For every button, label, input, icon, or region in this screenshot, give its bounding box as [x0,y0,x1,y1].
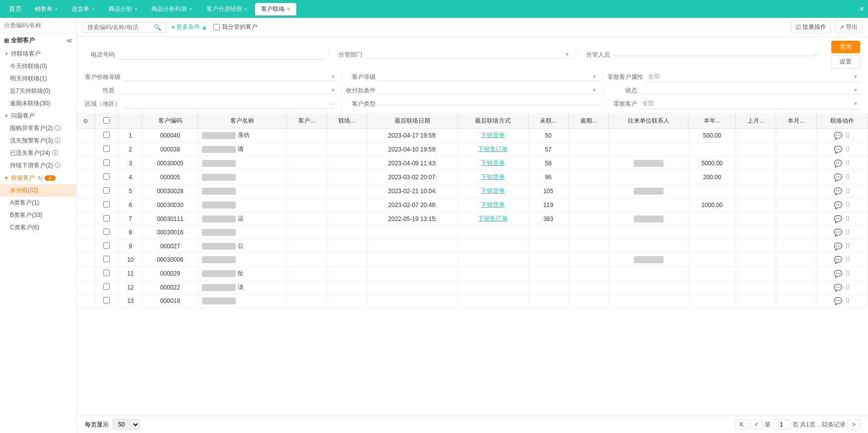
group-pending-contact[interactable]: ▼ 待联络客户 [0,48,76,60]
sidebar-item-c-class[interactable]: C类客户(6) [0,221,76,234]
my-customers-checkbox[interactable] [213,24,220,30]
sidebar-item-a-class[interactable]: A类客户(1) [0,197,76,209]
row-checkbox[interactable] [103,159,110,166]
close-all-tabs[interactable]: × [860,4,864,13]
row-checkbox[interactable] [103,201,110,208]
page-input[interactable] [773,420,791,430]
sidebar-item-overdue-pending[interactable]: 逾期未联络(30) [0,97,76,110]
close-purchase-tab[interactable]: × [91,6,94,12]
more-icon[interactable]: ⠿ [845,187,850,195]
manager-select[interactable] [613,54,814,56]
row-checkbox[interactable] [103,132,110,138]
status-select[interactable]: ▼ [640,86,860,94]
more-icon[interactable]: ⠿ [845,201,850,209]
group-problem-customers[interactable]: ▼ 问题客户 [0,110,76,122]
more-icon[interactable]: ⠿ [845,242,850,250]
sidebar-item-churned[interactable]: 已流失客户(24) ⓘ [0,147,76,159]
row-checkbox-cell[interactable] [95,294,119,308]
row-checkbox[interactable] [103,215,110,221]
gear-col-header[interactable]: ⚙ [77,114,95,129]
sidebar-item-b-class[interactable]: B类客户(33) [0,209,76,221]
last-way-value[interactable]: 下销货单 [481,159,505,166]
sparse-customer-select[interactable]: 全部 ▼ [640,98,860,109]
nav-tab-product-analysis[interactable]: 商品分析 × [103,3,143,15]
nav-tab-sales[interactable]: 销售单 × [29,3,64,15]
nav-tab-product-analysis-list[interactable]: 商品分析列表 × [145,3,198,15]
sparse-attr-select[interactable]: 全部 ▼ [646,72,860,82]
row-last-way-cell[interactable]: 下销货单 [458,184,528,198]
export-btn[interactable]: ↗ 导出 [835,21,862,33]
sidebar-item-today-pending[interactable]: 今天待联络(0) [0,60,76,72]
prev-page-btn[interactable]: < [750,420,763,430]
query-btn[interactable]: 查询 [831,41,860,53]
payment-terms-select[interactable]: ▼ [379,86,599,94]
last-way-value[interactable]: 下销售订单 [478,145,508,152]
more-icon[interactable]: ⠿ [845,297,850,305]
more-icon[interactable]: ⠿ [845,284,850,291]
row-checkbox[interactable] [103,297,110,303]
row-checkbox-cell[interactable] [95,281,119,294]
batch-op-btn[interactable]: ☑ 批量操作 [791,21,831,33]
row-last-way-cell[interactable]: 下销货单 [458,170,528,184]
close-customer-tier-tab[interactable]: × [244,6,247,12]
row-checkbox-cell[interactable] [95,253,119,267]
sidebar-item-7day-pending[interactable]: 近7天待联络(0) [0,85,76,97]
row-checkbox-cell[interactable] [95,184,119,198]
more-icon[interactable]: ⠿ [845,215,850,223]
search-icon[interactable]: 🔍 [154,24,161,31]
chat-icon[interactable]: 💬 [834,228,842,236]
close-product-analysis-tab[interactable]: × [134,6,137,12]
close-product-analysis-list-tab[interactable]: × [189,6,192,12]
dept-select[interactable]: ▼ [365,51,572,59]
reset-btn[interactable]: 设置 [831,55,860,69]
nav-home[interactable]: 首页 [4,2,27,15]
row-checkbox-cell[interactable] [95,170,119,184]
page-size-select[interactable]: 50 10 20 100 [113,419,140,430]
phone-input[interactable] [118,50,324,60]
row-last-way-cell[interactable]: 下销货单 [458,156,528,170]
sidebar-search-input[interactable] [4,22,77,29]
select-all-checkbox[interactable] [103,117,110,124]
row-checkbox-cell[interactable] [95,226,119,239]
row-checkbox[interactable] [103,187,110,194]
row-last-way-cell[interactable]: 下销售订单 [458,143,528,156]
row-checkbox[interactable] [103,270,110,276]
more-icon[interactable]: ⠿ [845,256,850,264]
gear-icon[interactable]: ⚙ [83,118,88,125]
region-more-dots[interactable]: ··· [331,100,335,107]
chat-icon[interactable]: 💬 [834,173,842,181]
more-conditions-btn[interactable]: ▾ 更多条件 ▲ [172,23,207,31]
more-icon[interactable]: ⠿ [845,228,850,236]
nav-tab-purchase[interactable]: 进货单 × [66,3,100,15]
chat-icon[interactable]: 💬 [834,187,842,195]
more-icon[interactable]: ⠿ [845,159,850,167]
last-way-value[interactable]: 下销货单 [481,187,505,194]
region-select[interactable]: ··· [124,99,337,109]
sidebar-item-churn-warning[interactable]: 流失预警客户(3) ⓘ [0,135,76,147]
last-way-value[interactable]: 下销售订单 [478,215,508,222]
close-customer-contact-tab[interactable]: × [287,6,290,12]
last-way-value[interactable]: 下销货单 [481,201,505,208]
nav-tab-customer-contact[interactable]: 客户联络 × [255,3,296,15]
more-icon[interactable]: ⠿ [845,173,850,181]
row-checkbox-cell[interactable] [95,267,119,281]
row-checkbox[interactable] [103,228,110,235]
chat-icon[interactable]: 💬 [834,145,842,153]
chat-icon[interactable]: 💬 [834,159,842,167]
row-checkbox[interactable] [103,284,110,290]
sidebar-item-ungrouped[interactable]: 未分组(32) [0,184,76,197]
row-checkbox-cell[interactable] [95,156,119,170]
row-checkbox[interactable] [103,242,110,249]
sidebar-item-declining[interactable]: 持续下滑客户(2) ⓘ [0,159,76,172]
more-icon[interactable]: ⠿ [845,145,850,153]
row-checkbox-cell[interactable] [95,143,119,156]
price-level-select[interactable]: ▼ [124,73,337,81]
customer-level-select[interactable]: ▼ [379,73,599,81]
last-way-value[interactable]: 下销货单 [481,132,505,139]
row-checkbox-cell[interactable] [95,212,119,226]
chat-icon[interactable]: 💬 [834,201,842,209]
manager-more-dots[interactable]: ··· [814,51,819,58]
group-value-customers[interactable]: ▼ 价值客户 ↻ ⚡ [0,172,76,184]
row-checkbox[interactable] [103,145,110,152]
row-last-way-cell[interactable]: 下销货单 [458,129,528,143]
